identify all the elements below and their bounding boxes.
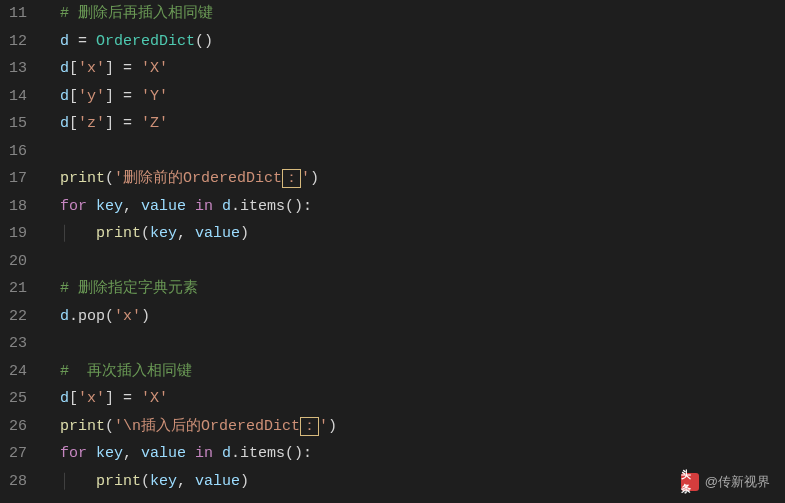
code-line[interactable]: # 删除指定字典元素 — [60, 275, 785, 303]
paren-token: ( — [105, 170, 114, 187]
line-number: 24 — [0, 358, 27, 386]
paren-token: ) — [141, 308, 150, 325]
line-number: 13 — [0, 55, 27, 83]
variable-token: d — [213, 198, 231, 215]
code-line[interactable]: print('\n插入后的OrderedDict：') — [60, 413, 785, 441]
indent-guide: │ — [60, 473, 96, 490]
paren-token: ( — [105, 418, 114, 435]
code-line[interactable]: d['y'] = 'Y' — [60, 83, 785, 111]
comma-token: , — [177, 225, 195, 242]
paren-token: () — [195, 33, 213, 50]
code-line[interactable]: d['x'] = 'X' — [60, 385, 785, 413]
code-line[interactable]: │ print(key, value) — [60, 220, 785, 248]
code-line[interactable] — [60, 138, 785, 166]
code-line[interactable] — [60, 248, 785, 276]
variable-token: value — [195, 225, 240, 242]
variable-token: value — [195, 473, 240, 490]
string-token: 'x' — [78, 60, 105, 77]
comment-token: # 再次插入相同键 — [60, 363, 192, 380]
builtin-token: print — [60, 170, 105, 187]
variable-token: d — [60, 390, 69, 407]
code-line[interactable]: │ print(key, value) — [60, 468, 785, 496]
line-number: 16 — [0, 138, 27, 166]
variable-token: value — [141, 198, 195, 215]
indent-guide: │ — [60, 225, 96, 242]
line-number: 27 — [0, 440, 27, 468]
string-token: 'x' — [114, 308, 141, 325]
builtin-token: print — [60, 418, 105, 435]
bracket-token: [ — [69, 115, 78, 132]
string-token: '\n插入后的OrderedDict — [114, 418, 300, 435]
code-line[interactable]: # 再次插入相同键 — [60, 358, 785, 386]
comma-token: , — [123, 198, 141, 215]
bracket-token: [ — [69, 88, 78, 105]
paren-token: ) — [310, 170, 319, 187]
string-token: 'Z' — [141, 115, 168, 132]
bracket-token: ] = — [105, 115, 141, 132]
builtin-token: print — [96, 225, 141, 242]
bracket-token: ] = — [105, 390, 141, 407]
variable-token: key — [87, 445, 123, 462]
line-number: 14 — [0, 83, 27, 111]
watermark: 头条 @传新视界 — [681, 473, 770, 491]
variable-token: d — [60, 88, 69, 105]
code-editor[interactable]: 11 12 13 14 15 16 17 18 19 20 21 22 23 2… — [0, 0, 785, 503]
method-call-token: .items(): — [231, 198, 312, 215]
class-token: OrderedDict — [96, 33, 195, 50]
comma-token: , — [177, 473, 195, 490]
bracket-token: [ — [69, 390, 78, 407]
comma-token: , — [123, 445, 141, 462]
code-content[interactable]: # 删除后再插入相同键 d = OrderedDict() d['x'] = '… — [45, 0, 785, 503]
code-line[interactable]: for key, value in d.items(): — [60, 193, 785, 221]
line-number: 20 — [0, 248, 27, 276]
variable-token: key — [150, 225, 177, 242]
line-number-gutter: 11 12 13 14 15 16 17 18 19 20 21 22 23 2… — [0, 0, 45, 503]
highlighted-char: ： — [282, 169, 301, 188]
line-number: 26 — [0, 413, 27, 441]
line-number: 21 — [0, 275, 27, 303]
line-number: 22 — [0, 303, 27, 331]
paren-token: ( — [141, 473, 150, 490]
line-number: 18 — [0, 193, 27, 221]
code-line[interactable]: for key, value in d.items(): — [60, 440, 785, 468]
line-number: 19 — [0, 220, 27, 248]
line-number: 17 — [0, 165, 27, 193]
string-token: 'x' — [78, 390, 105, 407]
variable-token: d — [60, 308, 69, 325]
line-number: 15 — [0, 110, 27, 138]
watermark-text: @传新视界 — [705, 473, 770, 491]
string-token: 'y' — [78, 88, 105, 105]
comment-token: # 删除指定字典元素 — [60, 280, 198, 297]
line-number: 25 — [0, 385, 27, 413]
string-token: '删除前的OrderedDict — [114, 170, 282, 187]
string-token: ' — [301, 170, 310, 187]
method-call-token: .pop( — [69, 308, 114, 325]
line-number: 28 — [0, 468, 27, 496]
string-token: 'Y' — [141, 88, 168, 105]
line-number: 11 — [0, 0, 27, 28]
code-line[interactable]: print('删除前的OrderedDict：') — [60, 165, 785, 193]
code-line[interactable] — [60, 330, 785, 358]
watermark-icon: 头条 — [681, 473, 699, 491]
code-line[interactable]: d = OrderedDict() — [60, 28, 785, 56]
string-token: ' — [319, 418, 328, 435]
variable-token: key — [87, 198, 123, 215]
keyword-token: in — [195, 198, 213, 215]
code-line[interactable]: d.pop('x') — [60, 303, 785, 331]
variable-token: value — [141, 445, 195, 462]
keyword-token: for — [60, 445, 87, 462]
code-line[interactable]: d['x'] = 'X' — [60, 55, 785, 83]
paren-token: ) — [328, 418, 337, 435]
code-line[interactable]: d['z'] = 'Z' — [60, 110, 785, 138]
bracket-token: [ — [69, 60, 78, 77]
variable-token: d — [60, 60, 69, 77]
method-call-token: .items(): — [231, 445, 312, 462]
paren-token: ) — [240, 473, 249, 490]
code-line[interactable]: # 删除后再插入相同键 — [60, 0, 785, 28]
operator-token: = — [69, 33, 96, 50]
string-token: 'X' — [141, 390, 168, 407]
variable-token: d — [213, 445, 231, 462]
builtin-token: print — [96, 473, 141, 490]
comment-token: # 删除后再插入相同键 — [60, 5, 213, 22]
paren-token: ) — [240, 225, 249, 242]
